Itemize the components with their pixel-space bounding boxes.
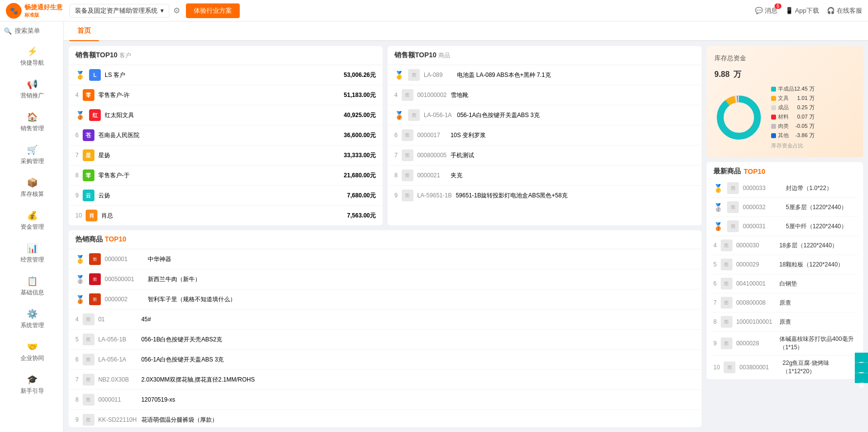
sidebar-item-basic-info[interactable]: 📋 基础信息 <box>0 270 63 303</box>
donut-chart <box>714 93 763 142</box>
sidebar-item-finance[interactable]: 💰 资金管理 <box>0 204 63 237</box>
legend-name: 成品 <box>778 104 797 111</box>
top-bar: 🐾 畅捷通好生意 标准版 装备及固定资产辅助管理系统 ▾ ⚙ 体验行业方案 💬 … <box>0 0 868 22</box>
product-name: 5厘中纤（1220*2440） <box>786 222 856 231</box>
hot-products-header: 热销商品 TOP10 <box>69 230 702 249</box>
rank-number: 8 <box>713 318 717 325</box>
app-download-button[interactable]: 📱 App下载 <box>785 6 819 15</box>
rank-number: 4 <box>75 92 79 98</box>
sidebar-item-sales[interactable]: 🏠 销售管理 <box>0 106 63 139</box>
legend-dot <box>771 124 776 129</box>
table-row: 7 星 星扬 33,333.00元 <box>69 145 383 166</box>
float-btn-live[interactable]: 直播 <box>855 373 868 383</box>
product-code: 0000002 <box>105 296 144 303</box>
float-btn-community[interactable]: 服务社区 <box>855 363 868 373</box>
sidebar-search[interactable]: 🔍 搜索菜单 <box>0 22 63 40</box>
customer-amount: 53,006.26元 <box>344 71 376 79</box>
top-products-header: 销售额TOP10 商品 <box>388 46 702 65</box>
rank-number: 6 <box>713 280 717 287</box>
chart-container: 半成品 12.45 万 文具 1.01 万 <box>714 85 855 149</box>
chart-label: 库存资金占比 <box>771 142 815 149</box>
product-thumb: 图 <box>402 169 413 181</box>
list-item: 🥇 图 0000033 封边带（1.0*22） <box>711 179 858 198</box>
sidebar-item-operations[interactable]: 📊 经营管理 <box>0 237 63 270</box>
list-item: 9 图 0000028 体碱嘉枝味苏打饮品400毫升（1*15） <box>711 332 858 356</box>
table-row: 8 图 0000021 夹克 <box>388 166 702 186</box>
table-row: 6 图 0000017 10S 变利罗浆 <box>388 125 702 145</box>
search-label: 搜索菜单 <box>15 26 40 35</box>
legend-value: 1.01 万 <box>797 95 814 102</box>
sidebar-item-purchase[interactable]: 🛒 采购管理 <box>0 139 63 171</box>
product-thumb: 图 <box>721 259 732 270</box>
product-code: LA-056-1A <box>424 112 453 119</box>
sidebar-item-system[interactable]: ⚙️ 系统管理 <box>0 303 63 336</box>
logo-area: 🐾 畅捷通好生意 标准版 <box>6 3 69 19</box>
product-code: 0000031 <box>743 223 782 230</box>
table-row: 🥇 图 LA-089 电池盖 LA-089 ABS本色+黑种 7.1克 <box>388 65 702 85</box>
sidebar-item-quick-nav[interactable]: ⚡ 快捷导航 <box>0 40 63 73</box>
system-selector[interactable]: 装备及固定资产辅助管理系统 ▾ <box>69 4 169 18</box>
product-name: 18颗粒板（1220*2440） <box>779 261 856 269</box>
legend-dot <box>771 105 776 110</box>
right-panel: 库存总资金 9.88 万 <box>707 46 863 427</box>
product-name: 5厘多层（1220*2440） <box>786 203 856 212</box>
sidebar-item-new-guide[interactable]: 🎓 新手引导 <box>0 368 63 401</box>
legend-value: 0.25 万 <box>797 104 814 111</box>
customer-avatar: 红 <box>89 109 101 121</box>
online-service-button[interactable]: 🎧 在线客服 <box>827 6 862 15</box>
product-thumb: 图 <box>721 297 732 309</box>
legend-item: 文具 1.01 万 <box>771 95 815 102</box>
table-row: 9 图 LA-59651-1B 59651-1B旋转投影灯电池盒ABS黑色+58… <box>388 186 702 205</box>
content-tabs: 首页 <box>64 22 868 41</box>
trial-button[interactable]: 体验行业方案 <box>186 3 240 18</box>
list-item: 🥈 图 000500001 新西兰牛肉（新牛） <box>69 269 702 289</box>
table-row: 7 图 000800005 手机测试 <box>388 145 702 166</box>
product-thumb: 图 <box>721 316 732 328</box>
rank-number: 7 <box>394 152 398 159</box>
table-row: 9 云 云扬 7,680.00元 <box>69 186 383 206</box>
list-item: 4 图 0000030 18多层（1220*2440） <box>711 236 858 255</box>
enterprise-icon: 🤝 <box>27 341 38 352</box>
top-customers-title: 销售额TOP10 客户 <box>75 51 131 60</box>
customer-avatar: L <box>89 69 101 81</box>
product-name: 59651-1B旋转投影灯电池盒ABS黑色+58克 <box>456 192 567 200</box>
customer-name: 零售客户-于 <box>98 171 130 180</box>
list-item: 9 图 KK-SD22110H 花语萌倡温分腿裤袋（厚款） <box>69 410 702 427</box>
tab-home[interactable]: 首页 <box>69 22 99 41</box>
inventory-unit: 万 <box>733 70 741 78</box>
legend-name: 文具 <box>778 95 797 102</box>
headset-icon: 🎧 <box>827 7 835 14</box>
main-layout: 🔍 搜索菜单 ⚡ 快捷导航 📢 营销推广 🏠 销售管理 🛒 采购管理 📦 库存核… <box>0 22 868 432</box>
service-label: 在线客服 <box>837 6 862 15</box>
sidebar-item-label: 资金管理 <box>21 223 44 231</box>
product-thumb: 图 <box>83 354 94 365</box>
sidebar-item-label: 经营管理 <box>21 256 44 264</box>
product-name: 12070519-xs <box>141 396 175 403</box>
message-button[interactable]: 💬 消息 6 <box>755 6 777 15</box>
product-name: 056-1A白色按键开关盖ABS 3克 <box>457 111 540 120</box>
sidebar-item-inventory[interactable]: 📦 库存核算 <box>0 171 63 204</box>
list-item: 7 图 000800008 原查 <box>711 293 858 312</box>
content-area: 首页 销售额TOP10 客户 🥇 L <box>64 22 868 432</box>
sidebar: 🔍 搜索菜单 ⚡ 快捷导航 📢 营销推广 🏠 销售管理 🛒 采购管理 📦 库存核… <box>0 22 64 432</box>
sidebar-item-marketing[interactable]: 📢 营销推广 <box>0 73 63 106</box>
logo-text: 畅捷通好生意 标准版 <box>24 3 63 19</box>
new-guide-icon: 🎓 <box>27 374 38 385</box>
sidebar-item-enterprise[interactable]: 🤝 企业协同 <box>0 336 63 368</box>
product-code: 0000032 <box>743 204 782 211</box>
product-name: 夹克 <box>451 171 462 180</box>
product-code: 01 <box>98 316 137 323</box>
float-btn-service[interactable]: 客服热线 <box>855 353 868 363</box>
hot-products-list: 🥇 图 0000001 中华神器 🥈 图 000500001 新西兰牛肉（新牛） <box>69 249 702 427</box>
rank-number: 8 <box>75 396 79 403</box>
top-customers-list: 🥇 L LS 客户 53,006.26元 4 零 零售客户-许 51,183.0… <box>69 65 383 225</box>
product-thumb: 图 <box>724 361 735 373</box>
logo-icon: 🐾 <box>6 3 22 19</box>
settings-icon[interactable]: ⚙ <box>173 6 180 15</box>
product-thumb: 图 <box>83 414 94 426</box>
customer-avatar: 零 <box>83 89 94 101</box>
legend-dot <box>771 87 776 92</box>
top-customers-panel: 销售额TOP10 客户 🥇 L LS 客户 53,006.26元 4 <box>69 46 383 225</box>
product-thumb: 图 <box>408 69 420 81</box>
new-products-panel: 最新商品 TOP10 🥇 图 0000033 封边带（1.0*22） 🥈 图 <box>707 162 863 379</box>
